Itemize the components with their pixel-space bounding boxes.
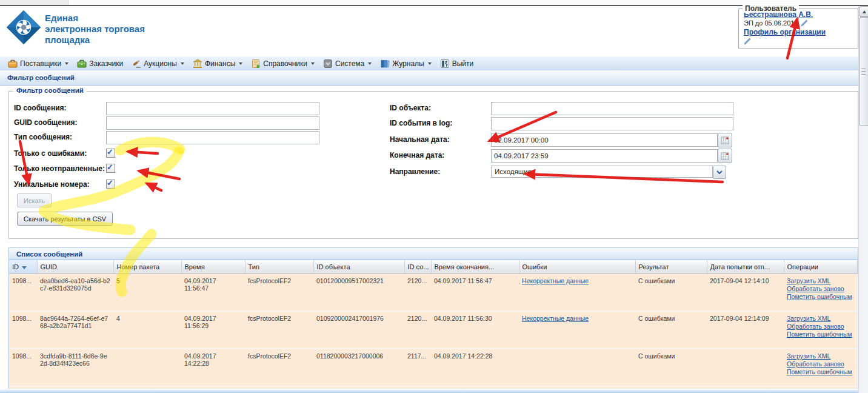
table-row[interactable]: 1098... dea0bed6-ea10-a56d-b2c7-e831d326… [9,274,857,312]
chevron-down-icon [428,62,432,65]
cell-id: 1098... [9,274,37,312]
cell-errors [519,349,635,386]
cell-id: 1098... [9,349,37,386]
chevron-down-icon [368,62,372,65]
end-date-label: Конечная дата: [390,151,444,160]
download-csv-button[interactable]: Скачать результаты в CSV [17,212,113,226]
load-xml-link[interactable]: Загрузить XML [787,277,854,284]
column-header-id[interactable]: ID [9,260,37,274]
cell-object-id: 0109200002417001976 [313,311,404,349]
exit-icon [440,59,450,69]
brand-title: Единая электронная торговая площадка [45,13,145,45]
object-id-input[interactable] [491,102,733,115]
pencil-icon[interactable] [801,19,808,27]
cell-packet [113,349,181,386]
cell-type: fcsProtocolEF2 [245,311,313,349]
end-date-input[interactable] [491,149,718,163]
pencil-icon[interactable] [744,36,751,44]
column-header-errors[interactable]: Ошибки [519,260,635,274]
scroll-up-button[interactable] [860,6,868,17]
column-header-result[interactable]: Результат [635,260,707,274]
column-header-time[interactable]: Время [181,260,245,274]
start-date-calendar-button[interactable] [718,133,732,147]
scrollbar-thumb[interactable] [860,17,868,126]
cell-time: 04.09.2017 11:56:47 [181,274,245,312]
guid-input[interactable] [106,116,319,130]
column-header-attempt-date[interactable]: Дата попытки отп... [707,260,784,274]
menu-item-customers[interactable]: Заказчики [73,58,127,70]
suppliers-icon [8,59,18,69]
load-xml-link[interactable]: Загрузить XML [787,315,854,322]
org-profile-link[interactable]: Профиль организации [744,28,858,36]
start-date-label: Начальная дата: [390,135,450,144]
message-type-label: Тип сообщения: [14,133,72,141]
mark-error-link[interactable]: Пометить ошибочным [787,368,854,375]
menu-item-system[interactable]: Система [319,58,376,70]
cell-attempt-date [707,349,784,386]
menu-item-exit[interactable]: Выйти [436,58,478,70]
column-header-guid[interactable]: GUID [37,260,113,274]
menu-item-reference[interactable]: Справочники [247,58,319,70]
cell-result: С ошибками [635,349,707,386]
top-strip-tab [0,0,68,5]
user-panel-legend: Пользователь [743,4,799,13]
cell-guid: dea0bed6-ea10-a56d-b2c7-e831d326075d [37,274,113,312]
errors-only-checkbox[interactable] [106,149,115,158]
error-details-link[interactable]: Некорректные данные [522,315,589,322]
menu-item-finance[interactable]: Финансы [189,58,247,70]
end-date-calendar-button[interactable] [718,149,732,163]
reprocess-link[interactable]: Обработать заново [787,323,854,330]
auctions-icon [132,59,141,69]
column-header-event-id[interactable]: ID со... [404,260,431,274]
object-id-label: ID объекта: [390,104,431,112]
message-id-input[interactable] [106,102,319,115]
unsent-only-label: Только неотправленные: [14,164,105,173]
message-id-label: ID сообщения: [14,104,67,112]
cell-event-id: 2120... [404,274,431,312]
menu-item-auctions[interactable]: Аукционы [127,58,189,70]
load-xml-link[interactable]: Загрузить XML [787,352,854,360]
direction-combobox[interactable]: Исходящие [491,166,713,178]
cell-guid: 8ac9644a-7264-e6ef-e768-a2b2a77471d1 [37,311,113,349]
cell-object-id: 0118200003217000006 [313,349,404,386]
column-header-packet[interactable]: Номер пакета [113,260,181,274]
column-header-type[interactable]: Тип [245,260,313,274]
start-date-input[interactable] [491,133,718,147]
grid-title: Список сообщений [9,248,858,260]
grid-header-row: ID GUID Номер пакета Время Тип ID объект… [9,260,857,274]
chevron-down-icon [65,62,68,65]
search-button[interactable]: Искать [17,193,52,207]
direction-label: Направление: [390,167,440,176]
calendar-icon [721,136,729,144]
reprocess-link[interactable]: Обработать заново [787,285,854,292]
unsent-only-checkbox[interactable] [106,164,115,173]
cell-attempt-date: 2017-09-04 12:14:10 [707,274,784,312]
reprocess-link[interactable]: Обработать заново [787,360,854,368]
journals-icon [380,59,390,69]
table-row[interactable]: 1098... 3cdfda9b-8111-6d6e-9e2d-8d34f423… [9,349,857,386]
cell-result: С ошибками [635,274,707,312]
application-window: Единая электронная торговая площадка Пол… [0,0,868,393]
column-header-end-time[interactable]: Время окончания... [431,260,519,274]
cell-errors: Некорректные данные [519,311,635,349]
chevron-down-icon [181,62,184,65]
column-header-operations[interactable]: Операции [784,260,857,274]
error-details-link[interactable]: Некорректные данные [522,277,589,284]
direction-dropdown-button[interactable] [713,166,726,179]
cell-operations: Загрузить XML Обработать заново Пометить… [784,274,857,312]
vertical-scrollbar[interactable] [858,6,868,393]
menu-item-suppliers[interactable]: Поставщики [4,58,73,70]
log-event-id-input[interactable] [491,117,733,130]
arrow-up-icon [863,10,866,13]
menu-item-journals[interactable]: Журналы [376,58,435,70]
message-type-input[interactable] [106,131,319,144]
errors-only-label: Только с ошибками: [14,149,87,158]
mark-error-link[interactable]: Пометить ошибочным [787,293,854,300]
unique-numbers-checkbox[interactable] [106,180,115,189]
main-menu: Поставщики Заказчики Аукционы Финансы Сп… [0,56,868,70]
cell-event-id: 2117... [404,349,431,386]
column-header-object-id[interactable]: ID объекта [313,260,404,274]
table-row[interactable]: 1098... 8ac9644a-7264-e6ef-e768-a2b2a774… [9,311,857,349]
mark-error-link[interactable]: Пометить ошибочным [787,331,854,338]
cell-result: С ошибками [635,311,707,349]
